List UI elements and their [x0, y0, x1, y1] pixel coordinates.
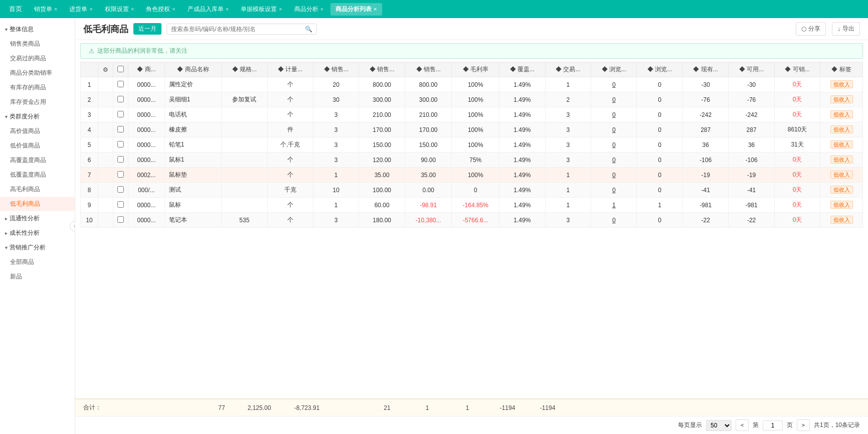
cell-check[interactable]: [113, 153, 128, 168]
cell-browse1[interactable]: 1: [591, 198, 637, 213]
sidebar-item-high-margin[interactable]: 高毛利商品: [0, 182, 75, 197]
col-saleable[interactable]: ◆ 可销...: [774, 62, 820, 77]
browse-link[interactable]: 0: [612, 126, 616, 133]
col-sales-count[interactable]: ◆ 销售...: [313, 62, 359, 77]
nav-close-product-analysis[interactable]: ×: [320, 6, 323, 12]
prev-page-button[interactable]: ＜: [736, 419, 749, 431]
row-checkbox[interactable]: [117, 156, 124, 163]
sidebar-item-high-coverage[interactable]: 高覆盖度商品: [0, 153, 75, 168]
col-browse1[interactable]: ◆ 浏览...: [591, 62, 637, 77]
nav-home[interactable]: 首页: [4, 3, 27, 16]
row-checkbox[interactable]: [117, 81, 124, 87]
sidebar-item-traded-products[interactable]: 交易过的商品: [0, 51, 75, 66]
nav-product-analysis[interactable]: 商品分析 ×: [289, 3, 328, 16]
col-browse2[interactable]: ◆ 浏览...: [637, 62, 682, 77]
table-row[interactable]: 3 0000... 电话机 个 3 210.00 210.00 100% 1.4…: [81, 107, 863, 122]
cell-check[interactable]: [113, 77, 128, 92]
browse-link[interactable]: 0: [612, 81, 616, 88]
table-row[interactable]: 10 0000... 笔记本 535 个 3 180.00 -10,380...…: [81, 213, 863, 228]
per-page-select[interactable]: 50 100 200: [706, 420, 732, 431]
cell-check[interactable]: [113, 107, 128, 122]
row-checkbox[interactable]: [117, 141, 124, 148]
sidebar-item-sales-products[interactable]: 销售类商品: [0, 37, 75, 51]
browse-link[interactable]: 0: [612, 111, 616, 118]
sidebar-section-growth[interactable]: ▸ 成长性分析: [0, 226, 75, 240]
browse-link[interactable]: 0: [612, 217, 616, 224]
cell-browse1[interactable]: 0: [591, 213, 637, 228]
browse-link[interactable]: 0: [612, 141, 616, 149]
cell-check[interactable]: [113, 198, 128, 213]
nav-product-entry[interactable]: 产成品入库单 ×: [183, 3, 234, 16]
sidebar-item-stock-capital[interactable]: 库存资金占用: [0, 95, 75, 109]
col-check[interactable]: [113, 62, 128, 77]
browse-link[interactable]: 0: [612, 172, 616, 179]
sidebar-item-low-value[interactable]: 低价值商品: [0, 138, 75, 153]
row-checkbox[interactable]: [117, 126, 124, 132]
table-row[interactable]: 6 0000... 鼠标1 个 3 120.00 90.00 75% 1.49%…: [81, 153, 863, 168]
row-checkbox[interactable]: [117, 96, 124, 102]
row-checkbox[interactable]: [117, 171, 124, 178]
cell-check[interactable]: [113, 168, 128, 183]
cell-browse1[interactable]: 0: [591, 137, 637, 153]
col-transaction[interactable]: ◆ 交易...: [545, 62, 591, 77]
nav-product-analysis-list[interactable]: 商品分析列表 ×: [330, 3, 382, 16]
col-spec[interactable]: ◆ 规格...: [222, 62, 267, 77]
sidebar-section-circulation[interactable]: ▸ 流通性分析: [0, 211, 75, 226]
cell-check[interactable]: [113, 92, 128, 107]
sidebar-item-with-stock[interactable]: 有库存的商品: [0, 80, 75, 95]
page-input[interactable]: [763, 420, 783, 430]
cell-check[interactable]: [113, 122, 128, 137]
col-tag[interactable]: ◆ 标签: [820, 62, 863, 77]
share-button[interactable]: ⬡ 分享: [796, 22, 826, 36]
col-sales-price[interactable]: ◆ 销售...: [359, 62, 405, 77]
nav-close-permissions[interactable]: ×: [131, 6, 134, 12]
sidebar-item-category-rate[interactable]: 商品分类助销率: [0, 66, 75, 80]
select-all-checkbox[interactable]: [117, 66, 124, 72]
nav-close-product-entry[interactable]: ×: [226, 6, 229, 12]
table-row[interactable]: 7 0002... 鼠标垫 个 1 35.00 35.00 100% 1.49%…: [81, 168, 863, 183]
sidebar-item-low-margin[interactable]: 低毛利商品: [0, 197, 75, 211]
col-gross-margin[interactable]: ◆ 毛利率: [452, 62, 499, 77]
search-input[interactable]: [171, 26, 302, 33]
sidebar-section-overall[interactable]: ▾ 整体信息: [0, 22, 75, 37]
browse-link[interactable]: 0: [612, 96, 616, 103]
nav-close-roles[interactable]: ×: [172, 6, 175, 12]
col-code[interactable]: ◆ 商...: [128, 62, 165, 77]
table-row[interactable]: 5 0000... 铅笔1 个,千克 3 150.00 150.00 100% …: [81, 137, 863, 153]
row-checkbox[interactable]: [117, 216, 124, 223]
nav-close-sales[interactable]: ×: [54, 6, 57, 12]
nav-sales[interactable]: 销货单 ×: [29, 3, 62, 16]
table-row[interactable]: 1 0000... 属性定价 个 20 800.00 800.00 100% 1…: [81, 77, 863, 92]
nav-roles[interactable]: 角色授权 ×: [141, 3, 180, 16]
col-current[interactable]: ◆ 现有...: [682, 62, 728, 77]
sidebar-section-group-analysis[interactable]: ▾ 类群度分析: [0, 109, 75, 124]
export-button[interactable]: ↓ 导出: [832, 22, 860, 36]
row-checkbox[interactable]: [117, 111, 124, 117]
sidebar-item-new-products[interactable]: 新品: [0, 269, 75, 284]
nav-permissions[interactable]: 权限设置 ×: [100, 3, 139, 16]
col-name[interactable]: ◆ 商品名称: [164, 62, 221, 77]
sidebar-item-high-value[interactable]: 高价值商品: [0, 124, 75, 138]
cell-check[interactable]: [113, 213, 128, 228]
date-filter-button[interactable]: 近一月: [133, 23, 161, 35]
col-coverage[interactable]: ◆ 覆盖...: [499, 62, 545, 77]
col-sales-profit[interactable]: ◆ 销售...: [405, 62, 452, 77]
cell-browse1[interactable]: 0: [591, 183, 637, 198]
cell-browse1[interactable]: 0: [591, 153, 637, 168]
col-gear[interactable]: ⚙: [98, 62, 113, 77]
table-row[interactable]: 4 0000... 橡皮擦 件 3 170.00 170.00 100% 1.4…: [81, 122, 863, 137]
nav-template-settings[interactable]: 单据模板设置 ×: [236, 3, 287, 16]
cell-browse1[interactable]: 0: [591, 92, 637, 107]
cell-browse1[interactable]: 0: [591, 168, 637, 183]
table-row[interactable]: 8 000/... 测试 千克 10 100.00 0.00 0 1.49% 1…: [81, 183, 863, 198]
cell-browse1[interactable]: 0: [591, 77, 637, 92]
nav-close-template[interactable]: ×: [279, 6, 282, 12]
table-row[interactable]: 2 0000... 吴细细1 参加复试 个 30 300.00 300.00 1…: [81, 92, 863, 107]
cell-check[interactable]: [113, 183, 128, 198]
table-container[interactable]: ⚙ ◆ 商... ◆ 商品名称 ◆ 规格... ◆ 计量... ◆ 销售... …: [75, 62, 868, 398]
cell-browse1[interactable]: 0: [591, 107, 637, 122]
table-row[interactable]: 9 0000... 鼠标 个 1 60.00 -98.91 -164.85% 1…: [81, 198, 863, 213]
sidebar-item-all-products[interactable]: 全部商品: [0, 255, 75, 269]
col-available[interactable]: ◆ 可用...: [729, 62, 774, 77]
browse-link[interactable]: 0: [612, 157, 616, 164]
